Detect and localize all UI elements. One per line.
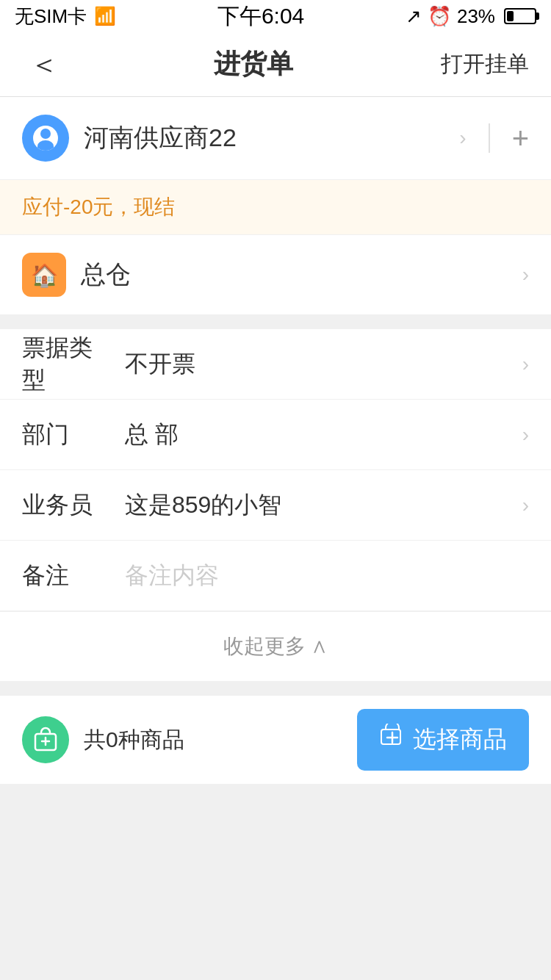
supplier-card: 河南供应商22 › + 应付-20元，现结 🏠 总仓 › [0, 97, 551, 314]
invoice-type-label: 票据类型 [22, 332, 110, 397]
collapse-label: 收起更多 ∧ [223, 633, 328, 660]
remark-row[interactable]: 备注 备注内容 [0, 541, 551, 611]
supplier-avatar [22, 115, 69, 162]
carrier-label: 无SIM卡 [15, 4, 87, 29]
salesman-label: 业务员 [22, 489, 110, 522]
supplier-name: 河南供应商22 [84, 121, 459, 155]
supplier-divider [489, 123, 490, 153]
status-right: ↗ ⏰ 23% [406, 5, 536, 28]
invoice-type-chevron-icon: › [522, 353, 529, 376]
form-section: 票据类型 不开票 › 部门 总 部 › 业务员 这是859的小智 › 备注 备注… [0, 329, 551, 681]
department-chevron-icon: › [522, 423, 529, 447]
product-count-text: 共0种商品 [84, 725, 357, 755]
warehouse-name: 总仓 [81, 258, 515, 292]
department-row[interactable]: 部门 总 部 › [0, 400, 551, 470]
status-left: 无SIM卡 📶 [15, 4, 116, 29]
warehouse-icon: 🏠 [22, 253, 66, 297]
open-pending-button[interactable]: 打开挂单 [441, 49, 529, 79]
remark-label: 备注 [22, 560, 110, 592]
invoice-type-value: 不开票 [125, 348, 515, 381]
remark-input[interactable]: 备注内容 [125, 560, 529, 592]
salesman-row[interactable]: 业务员 这是859的小智 › [0, 470, 551, 541]
status-time: 下午6:04 [217, 1, 304, 32]
select-product-button[interactable]: 选择商品 [357, 709, 529, 771]
select-product-label: 选择商品 [413, 724, 507, 756]
back-button[interactable]: ＜ [22, 37, 66, 92]
salesman-chevron-icon: › [522, 494, 529, 517]
warehouse-row[interactable]: 🏠 总仓 › [0, 234, 551, 314]
location-icon: ↗ [406, 5, 422, 28]
avatar-person-icon [33, 126, 58, 151]
department-label: 部门 [22, 419, 110, 451]
nav-bar: ＜ 进货单 打开挂单 [0, 32, 551, 97]
product-count-icon [22, 716, 69, 763]
status-bar: 无SIM卡 📶 下午6:04 ↗ ⏰ 23% [0, 0, 551, 32]
main-content: 河南供应商22 › + 应付-20元，现结 🏠 总仓 › 票据类型 不开票 › … [0, 97, 551, 980]
salesman-value: 这是859的小智 [125, 489, 515, 522]
supplier-chevron-icon: › [459, 126, 466, 150]
battery-icon [504, 8, 536, 24]
wifi-icon: 📶 [94, 6, 116, 26]
bottom-bar: 共0种商品 选择商品 [0, 696, 551, 784]
notice-banner: 应付-20元，现结 [0, 180, 551, 234]
alarm-icon: ⏰ [428, 5, 451, 28]
collapse-row[interactable]: 收起更多 ∧ [0, 611, 551, 681]
warehouse-chevron-icon: › [522, 263, 529, 287]
page-title: 进货单 [214, 46, 293, 82]
department-value: 总 部 [125, 419, 515, 451]
supplier-row[interactable]: 河南供应商22 › + [0, 97, 551, 180]
add-supplier-button[interactable]: + [512, 122, 529, 155]
select-product-icon [379, 724, 406, 756]
battery-percent: 23% [457, 5, 495, 28]
invoice-type-row[interactable]: 票据类型 不开票 › [0, 329, 551, 400]
